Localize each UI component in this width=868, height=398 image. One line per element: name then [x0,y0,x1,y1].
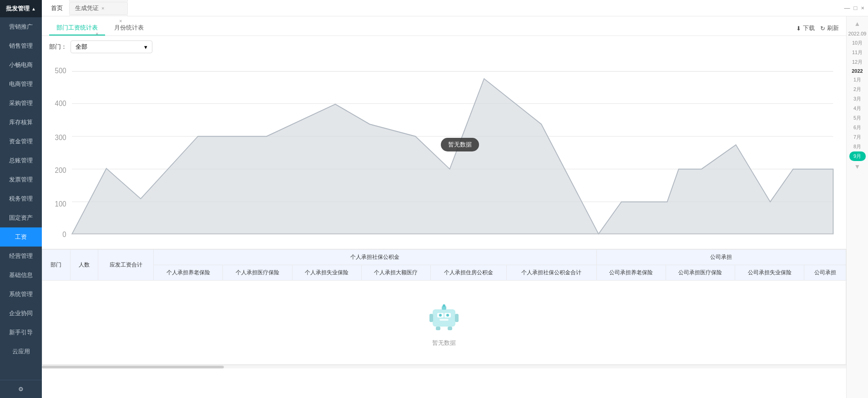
svg-text:0: 0 [62,231,66,238]
empty-state: 暂无数据 [48,284,840,361]
timeline-year-label[interactable]: 2022.09 [847,29,868,38]
dept-select-value: 全部 [76,43,87,51]
sidebar-item-云应用[interactable]: 云应用 [0,342,42,361]
svg-rect-14 [433,309,455,327]
tabbar: 首页 门店商品目录×销货单×店铺管理×生成凭证×应收应付调整单×工资表×工资统计… [42,0,868,16]
timeline-month-5[interactable]: 5月 [847,113,868,123]
col-personal-unemp: 个人承担失业保险 [292,265,361,281]
timeline-month-10[interactable]: 10月 [847,38,868,48]
col-dept: 部门 [42,250,71,281]
empty-robot-icon [426,298,462,334]
tab-label: 生成凭证 [75,4,99,12]
tab-close-icon[interactable]: × [119,19,122,24]
sidebar-item-采购管理[interactable]: 采购管理 [0,94,42,113]
tab-close-icon[interactable]: × [113,44,116,49]
table-header-row2: 个人承担养老保险 个人承担医疗保险 个人承担失业保险 个人承担大额医疗 个人承担… [42,265,846,281]
svg-rect-19 [439,319,449,321]
svg-rect-24 [436,327,440,330]
sidebar-item-小畅电商[interactable]: 小畅电商 [0,55,42,75]
sidebar-item-基础信息[interactable]: 基础信息 [0,266,42,285]
sidebar-item-发票管理[interactable]: 发票管理 [0,170,42,189]
col-personal-medical: 个人承担医疗保险 [223,265,292,281]
timeline-down-arrow[interactable]: ▼ [854,161,861,172]
sidebar-item-库存核算[interactable]: 库存核算 [0,113,42,132]
sidebar-item-总账管理[interactable]: 总账管理 [0,151,42,170]
dept-filter: 部门： 全部 ▾ [49,40,152,53]
sidebar-collapse-icon: ▲ [31,6,36,11]
timeline-up-arrow[interactable]: ▲ [854,18,861,29]
timeline-month-9[interactable]: 9月 [849,151,866,161]
col-group-personal: 个人承担社保公积金 [154,250,596,265]
timeline-year-2022[interactable]: 2022 [847,67,868,75]
sidebar-items: 营销推广销售管理小畅电商电商管理采购管理库存核算资金管理总账管理发票管理税务管理… [0,17,42,361]
timeline-month-11[interactable]: 11月 [847,48,868,57]
svg-point-21 [443,304,445,307]
svg-text:200: 200 [55,166,67,174]
sidebar: 批发管理 ▲ 营销推广销售管理小畅电商电商管理采购管理库存核算资金管理总账管理发… [0,0,42,398]
download-icon: ⬇ [796,25,801,32]
refresh-icon: ↻ [820,25,825,32]
tab-生成凭证[interactable]: 生成凭证× [69,2,128,15]
svg-rect-25 [448,327,452,330]
col-company-pension: 公司承担养老保险 [596,265,666,281]
tab-店铺管理[interactable]: 店铺管理× [69,0,128,2]
sidebar-item-系统管理[interactable]: 系统管理 [0,285,42,304]
dept-filter-label: 部门： [49,43,67,51]
subtabs: 部门工资统计表 月份统计表 ⬇ 下载 ↻ 刷新 [42,16,846,36]
sidebar-item-税务管理[interactable]: 税务管理 [0,189,42,208]
timeline-month-1[interactable]: 1月 [847,75,868,85]
chart-container: 500 400 300 200 100 0 [42,58,846,249]
svg-marker-12 [72,79,833,234]
svg-rect-22 [429,314,433,322]
svg-text:300: 300 [55,133,67,141]
empty-text: 暂无数据 [432,339,456,347]
col-personal-total: 个人承担社保公积金合计 [507,265,596,281]
close-button[interactable]: × [861,5,864,11]
table-header-row1: 部门 人数 应发工资合计 个人承担社保公积金 公司承担 [42,250,846,265]
subtab-month[interactable]: 月份统计表 [107,21,151,35]
content-area: 部门工资统计表 月份统计表 ⬇ 下载 ↻ 刷新 [42,16,868,398]
timeline: ▲ 2022.09 10月 11月 12月 2022 1月 2月 3月 4月 5… [846,16,868,398]
timeline-month-7[interactable]: 7月 [847,132,868,142]
settings-button[interactable]: ⚙ [0,380,42,398]
refresh-button[interactable]: ↻ 刷新 [820,24,839,32]
sidebar-item-新手引导[interactable]: 新手引导 [0,323,42,342]
tab-close-icon[interactable]: × [96,31,98,36]
svg-text:500: 500 [55,67,67,75]
col-count: 人数 [70,250,98,281]
timeline-month-3[interactable]: 3月 [847,94,868,104]
tab-home[interactable]: 首页 [45,2,68,15]
sidebar-item-工资[interactable]: 工资 [0,227,42,247]
col-company-medical: 公司承担医疗保险 [666,265,735,281]
table-empty-row: 暂无数据 [42,281,846,365]
sidebar-header[interactable]: 批发管理 ▲ [0,0,42,17]
col-group-company: 公司承担 [596,250,846,265]
sidebar-item-企业协同[interactable]: 企业协同 [0,304,42,323]
tab-close-icon[interactable]: × [101,6,104,11]
timeline-month-12[interactable]: 12月 [847,57,868,67]
sidebar-item-营销推广[interactable]: 营销推广 [0,17,42,36]
col-company-more: 公司承担 [804,265,846,281]
sidebar-item-电商管理[interactable]: 电商管理 [0,75,42,94]
sidebar-item-资金管理[interactable]: 资金管理 [0,132,42,151]
maximize-button[interactable]: □ [854,5,858,11]
download-button[interactable]: ⬇ 下载 [796,24,815,32]
col-company-unemp: 公司承担失业保险 [735,265,804,281]
svg-point-18 [446,314,449,317]
main-panel: 首页 门店商品目录×销货单×店铺管理×生成凭证×应收应付调整单×工资表×工资统计… [42,0,868,398]
timeline-month-8[interactable]: 8月 [847,142,868,151]
timeline-month-2[interactable]: 2月 [847,85,868,94]
dept-select[interactable]: 全部 ▾ [71,40,152,53]
col-personal-housing: 个人承担住房公积金 [430,265,506,281]
col-personal-pension: 个人承担养老保险 [154,265,223,281]
timeline-month-4[interactable]: 4月 [847,104,868,113]
sidebar-item-固定资产[interactable]: 固定资产 [0,208,42,227]
sidebar-title: 批发管理 [6,5,30,13]
col-total-wage: 应发工资合计 [98,250,154,281]
minimize-button[interactable]: — [844,5,850,11]
sidebar-item-经营管理[interactable]: 经营管理 [0,247,42,266]
sidebar-item-销售管理[interactable]: 销售管理 [0,36,42,55]
chart-svg: 500 400 300 200 100 0 [49,62,839,244]
timeline-month-6[interactable]: 6月 [847,123,868,132]
table-area[interactable]: 部门 人数 应发工资合计 个人承担社保公积金 公司承担 个人承担养老保险 个人承… [42,249,846,368]
